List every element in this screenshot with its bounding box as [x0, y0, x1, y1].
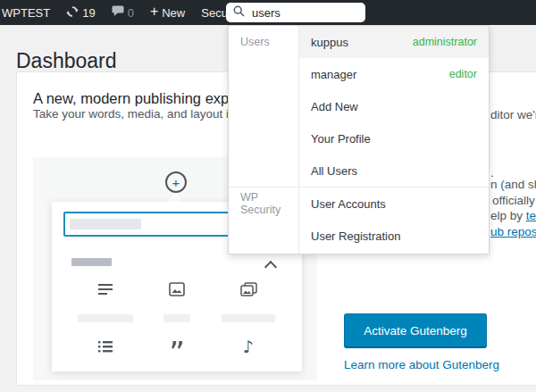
gutenberg-subtext-right-fragment: ditor we'r: [490, 108, 536, 121]
comment-bubble-icon: [112, 5, 124, 20]
search-icon: [233, 4, 245, 21]
right-text-fragment-1: n (and shar: [490, 178, 536, 191]
github-repository-link-fragment[interactable]: ub reposit: [490, 225, 536, 238]
update-count: 19: [82, 6, 95, 20]
wordpress-dashboard-page: Dashboard A new, modern publishing exp T…: [0, 0, 536, 392]
new-content-menu[interactable]: + New: [142, 0, 193, 25]
paragraph-block-icon: [70, 280, 141, 298]
fragment-text: elp by: [490, 209, 526, 222]
gallery-block-icon: [213, 280, 284, 298]
page-title: Dashboard: [16, 49, 117, 73]
admin-search-input[interactable]: [250, 5, 352, 21]
site-name-menu[interactable]: WPTEST: [0, 0, 58, 25]
popover-caret: [168, 193, 182, 202]
updates-icon: [66, 5, 79, 21]
image-block-icon: [141, 280, 213, 298]
comment-count: 0: [128, 6, 134, 20]
right-text-fragment-4: ub reposit: [490, 225, 536, 238]
search-result-user-accounts[interactable]: User Accounts: [298, 188, 489, 220]
role-badge: editor: [449, 68, 477, 80]
placeholder-bar: [222, 314, 275, 322]
search-result-user-registration[interactable]: User Registration: [298, 220, 489, 252]
placeholder-bar: [78, 314, 133, 322]
comments-menu[interactable]: 0: [104, 0, 142, 25]
gutenberg-subtext-left: Take your words, media, and layout i: [33, 107, 229, 121]
testing-link-fragment[interactable]: test: [526, 209, 536, 222]
learn-more-gutenberg-link[interactable]: Learn more about Gutenberg: [344, 358, 499, 371]
placeholder-bar: [70, 219, 141, 229]
list-block-icon: [70, 338, 141, 355]
role-badge: administrator: [413, 36, 477, 48]
search-result-user-manager[interactable]: manager editor: [298, 58, 489, 90]
wp-admin-bar: WPTEST 19 0 + New Security: [0, 0, 536, 25]
search-result-your-profile[interactable]: Your Profile: [298, 122, 489, 154]
search-result-user-kuppus[interactable]: kuppus administrator: [298, 26, 489, 58]
quote-block-icon: ”: [141, 338, 213, 355]
dropdown-section-users: Users: [229, 26, 298, 58]
chevron-up-icon: [264, 261, 277, 273]
audio-block-icon: ♪: [213, 338, 284, 355]
gutenberg-heading: A new, modern publishing exp: [33, 90, 229, 107]
admin-search-results-dropdown: Users kuppus administrator manager edito…: [228, 25, 490, 254]
placeholder-bar: [163, 314, 190, 322]
search-result-add-new[interactable]: Add New: [298, 90, 489, 122]
plus-icon: +: [150, 4, 158, 19]
updates-menu[interactable]: 19: [58, 0, 103, 25]
admin-search-box[interactable]: [226, 3, 365, 22]
right-text-fragment-2: officially r: [492, 194, 536, 207]
right-text-fragment-3: elp by test: [490, 209, 536, 222]
section-label-skeleton: [71, 258, 112, 266]
dropdown-section-wp-security: WP Security: [229, 188, 298, 220]
activate-gutenberg-button[interactable]: Activate Gutenberg: [344, 313, 487, 348]
inserter-plus-icon: +: [165, 171, 187, 193]
dropdown-column-divider: [298, 26, 299, 254]
search-result-all-users[interactable]: All Users: [298, 154, 489, 187]
